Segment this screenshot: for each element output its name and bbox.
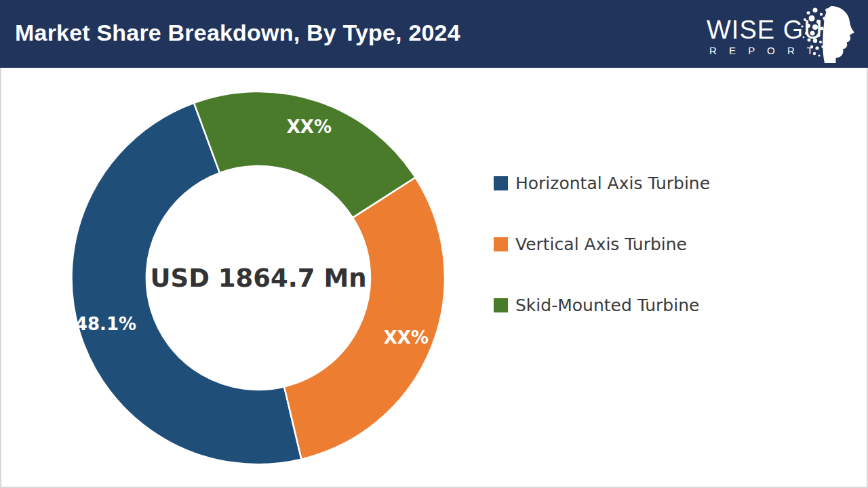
page-title: Market Share Breakdown, By Type, 2024 [15, 0, 460, 68]
legend-label: Horizontal Axis Turbine [515, 174, 710, 193]
chart-legend: Horizontal Axis Turbine Vertical Axis Tu… [494, 174, 710, 357]
legend-item-vertical-axis-turbine: Vertical Axis Turbine [494, 235, 710, 253]
legend-label: Vertical Axis Turbine [515, 235, 687, 254]
header-bar: Market Share Breakdown, By Type, 2024 WI… [0, 0, 868, 68]
wise-guy-reports-logo: WISE GUY R E P O R T S [698, 3, 864, 64]
logo-dot [807, 12, 810, 15]
logo-dot [808, 39, 811, 42]
logo-dot [812, 24, 818, 30]
donut-slice-skid-mounted-turbine [194, 92, 416, 218]
logo-dot [820, 13, 823, 16]
logo-dot [801, 25, 803, 27]
logo-dot [819, 41, 822, 43]
donut-chart-svg: 48.1% XX% XX% USD 1864.7 Mn [0, 0, 868, 488]
donut-center-value: USD 1864.7 Mn [150, 264, 366, 293]
slice-label-skid-mounted-turbine: XX% [287, 117, 332, 137]
legend-label: Skid-Mounted Turbine [515, 296, 699, 315]
logo-wordmark: WISE GUY [707, 16, 841, 44]
logo-dot [816, 20, 821, 24]
logo-dot [818, 54, 820, 56]
donut-slice-vertical-axis-turbine [284, 178, 445, 460]
logo-dot [821, 27, 824, 30]
legend-swatch-horizontal-axis-turbine [494, 176, 508, 190]
logo-dot [810, 45, 813, 48]
logo-dot [815, 46, 818, 49]
logo-dot [823, 33, 826, 36]
logo-dot [813, 52, 816, 55]
slice-label-horizontal-axis-turbine: 48.1% [75, 314, 136, 334]
logo-dot [813, 8, 818, 13]
logo-dot [810, 31, 815, 36]
logo-dot [825, 8, 829, 12]
logo-dot [806, 24, 810, 28]
logo-dot [804, 18, 806, 21]
legend-swatch-vertical-axis-turbine [494, 237, 508, 251]
logo-dot [821, 45, 824, 48]
legend-item-horizontal-axis-turbine: Horizontal Axis Turbine [494, 174, 710, 192]
legend-item-skid-mounted-turbine: Skid-Mounted Turbine [494, 296, 710, 314]
slice-label-vertical-axis-turbine: XX% [384, 327, 429, 348]
logo-dot [803, 37, 805, 39]
logo-dot [809, 16, 815, 22]
logo-dot [816, 33, 820, 37]
logo-dot [805, 32, 808, 35]
logo-dot [823, 17, 827, 20]
legend-swatch-skid-mounted-turbine [494, 298, 508, 312]
logo-dot [813, 39, 817, 43]
logo-dot [826, 13, 828, 15]
